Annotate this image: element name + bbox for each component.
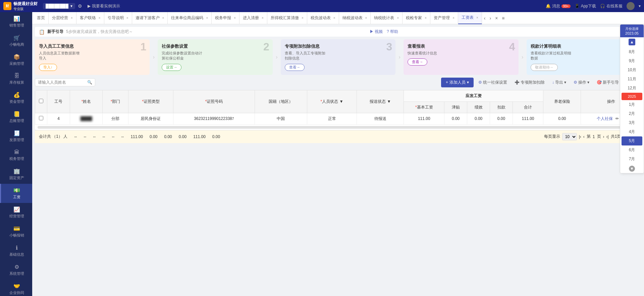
tab-close-tax-stat[interactable]: × <box>397 16 399 20</box>
tab-prev-button[interactable]: ‹ <box>482 15 488 21</box>
tab-home[interactable]: 首页 <box>34 12 49 24</box>
sidebar-item-purchase[interactable]: 📦 采购管理 <box>0 50 32 70</box>
tab-layered[interactable]: 分层经营 × <box>49 12 76 24</box>
tab-product-code[interactable]: 往来单位商品编码 × <box>168 12 212 24</box>
guide-view-link[interactable]: ▶ 视频 <box>370 29 383 35</box>
add-employee-button[interactable]: + 添加人员 ▾ <box>441 78 474 87</box>
tab-contact[interactable]: 客户联络 × <box>76 12 104 24</box>
sidebar-item-assets[interactable]: 🏢 固定资产 <box>0 165 32 184</box>
scroll-track[interactable] <box>38 126 639 129</box>
message-button[interactable]: 🔔 消息 99+ <box>546 3 571 9</box>
tab-payroll[interactable]: 工资表 × <box>458 12 482 24</box>
filter-icon-report[interactable]: ▼ <box>387 99 391 104</box>
tab-next-button[interactable]: › <box>487 15 493 21</box>
tab-invite[interactable]: 邀请下游客户 × <box>132 12 168 24</box>
month-item-12[interactable]: 12月 <box>620 84 644 93</box>
search-input[interactable] <box>38 80 85 85</box>
tab-close-tax-burden[interactable]: × <box>333 16 335 20</box>
tab-tax-wave[interactable]: 纳税波动表 × <box>339 12 371 24</box>
page-prev-button[interactable]: ‹ <box>583 134 585 139</box>
tab-close-layered[interactable]: × <box>71 16 73 20</box>
filter-icon-status[interactable]: ▼ <box>339 99 343 104</box>
settings-icon[interactable]: ⚙ <box>78 3 82 9</box>
month-item-2[interactable]: 2月 <box>620 109 644 118</box>
special-deduction-button[interactable]: ➕ 专项附加扣除 <box>512 78 547 87</box>
sidebar-item-payroll[interactable]: 💵 工资 <box>0 184 32 203</box>
personal-insurance-button[interactable]: 个人社保 <box>597 116 613 121</box>
month-item-9[interactable]: 9月 <box>620 56 644 66</box>
step-btn-4[interactable]: 查看→ <box>408 58 427 66</box>
page-first-button[interactable]: |‹ <box>579 134 581 139</box>
online-service-button[interactable]: 🎧 在线客服 <box>600 3 623 9</box>
tab-close-payroll[interactable]: × <box>476 16 478 19</box>
demo-button[interactable]: ▶ 我要看实例演示 <box>88 3 120 9</box>
sidebar-item-finance[interactable]: 💰 资金管理 <box>0 88 32 108</box>
month-item-5[interactable]: 5月 <box>622 136 642 145</box>
tab-tax-burden[interactable]: 税负波动表 × <box>307 12 339 24</box>
sidebar-item-basic[interactable]: ℹ 基础信息 <box>0 241 32 260</box>
tab-close-contact[interactable]: × <box>99 16 101 20</box>
page-size-select[interactable]: 10 20 50 <box>562 133 577 140</box>
horizontal-scrollbar[interactable] <box>35 125 641 130</box>
tab-close-tax[interactable]: × <box>234 16 236 20</box>
sidebar-item-inventory[interactable]: 🗄 库存核算 <box>0 70 32 88</box>
sidebar-item-ledger[interactable]: 📒 总账管理 <box>0 108 32 127</box>
tab-close-asset[interactable]: × <box>452 16 454 20</box>
step-btn-3[interactable]: 查看→ <box>285 64 305 71</box>
sidebar-item-operations[interactable]: 📈 经营管理 <box>0 203 32 222</box>
chevron-down-icon-profile[interactable]: ▾ <box>639 4 641 8</box>
new-guide-button[interactable]: 🎯 新手引导 <box>594 78 622 87</box>
tab-close-income-tax[interactable]: × <box>302 16 304 20</box>
step-btn-5[interactable]: 敬请期待→ <box>531 64 558 71</box>
sidebar-item-system[interactable]: ⚙ 系统管理 <box>0 260 32 280</box>
company-selector[interactable]: ████████ ▾ <box>43 3 75 9</box>
sidebar-item-invoice[interactable]: 🧾 发票管理 <box>0 127 32 146</box>
month-nav-down[interactable]: ▼ <box>629 166 635 172</box>
tab-income-tax[interactable]: 所得税汇算清缴 × <box>267 12 307 24</box>
tab-close-clearance[interactable]: × <box>262 16 264 20</box>
month-item-10[interactable]: 10月 <box>620 66 644 75</box>
tab-close-all-button[interactable]: × <box>493 15 500 21</box>
avatar[interactable] <box>627 2 635 10</box>
tab-clearance[interactable]: 进入清册 × <box>239 12 267 24</box>
operations-button[interactable]: ⚙ 操作 ▾ <box>571 78 592 87</box>
edit-icon[interactable]: ✏ <box>615 116 619 121</box>
app-download-button[interactable]: 📱 App下载 <box>575 3 596 9</box>
tab-asset-mgmt[interactable]: 资产管理 × <box>430 12 458 24</box>
tab-close-product[interactable]: × <box>206 16 208 20</box>
tab-close-tax-expert[interactable]: × <box>425 16 427 20</box>
tab-close-invite[interactable]: × <box>162 16 164 20</box>
row-select-checkbox[interactable] <box>39 116 43 120</box>
page-next-button[interactable]: › <box>603 134 604 139</box>
select-all-checkbox[interactable] <box>39 99 43 103</box>
guide-help-link[interactable]: ? 帮助 <box>387 29 398 35</box>
th-id: 工号 <box>47 90 70 113</box>
month-item-3[interactable]: 3月 <box>620 118 644 127</box>
month-item-11[interactable]: 11月 <box>620 75 644 84</box>
step-btn-2[interactable]: 设置→ <box>162 64 181 71</box>
tab-tax-expert[interactable]: 税检专家 × <box>402 12 430 24</box>
tab-close-tax-wave[interactable]: × <box>365 16 367 20</box>
step-btn-1[interactable]: 导入↑ <box>39 64 57 71</box>
month-item-8[interactable]: 8月 <box>620 47 644 56</box>
export-button[interactable]: ↓ 导出 ▾ <box>549 78 569 87</box>
tab-tax-stat[interactable]: 纳税统计表 × <box>371 12 402 24</box>
page-last-button[interactable]: ›| <box>606 134 609 139</box>
tab-tax-report[interactable]: 税务申报 × <box>212 12 239 24</box>
sidebar-item-expense[interactable]: 💳 小畅报销 <box>0 222 32 241</box>
social-security-settings-button[interactable]: ⚙ 统一社保设置 <box>476 78 510 87</box>
month-item-1[interactable]: 1月 <box>620 100 644 109</box>
tab-guide-desc[interactable]: 引导说明 × <box>104 12 132 24</box>
search-icon[interactable]: 🔍 <box>87 80 92 85</box>
sidebar-item-collab[interactable]: 🤝 企业协同 <box>0 280 32 296</box>
month-item-4[interactable]: 4月 <box>620 127 644 136</box>
tab-menu-button[interactable]: ≡ <box>500 15 506 21</box>
month-item-6[interactable]: 6月 <box>620 145 644 155</box>
sidebar-item-tax[interactable]: 🏛 税务管理 <box>0 146 32 165</box>
tab-close-guide[interactable]: × <box>126 16 128 20</box>
month-nav-up[interactable]: ▲ <box>629 39 635 45</box>
sidebar-item-sales[interactable]: 📊 销售管理 <box>0 12 32 31</box>
sidebar-item-ecommerce[interactable]: 🛒 小畅电商 <box>0 31 32 50</box>
month-item-year-2025[interactable]: 2025 <box>622 93 642 100</box>
month-item-7[interactable]: 7月 <box>620 155 644 164</box>
